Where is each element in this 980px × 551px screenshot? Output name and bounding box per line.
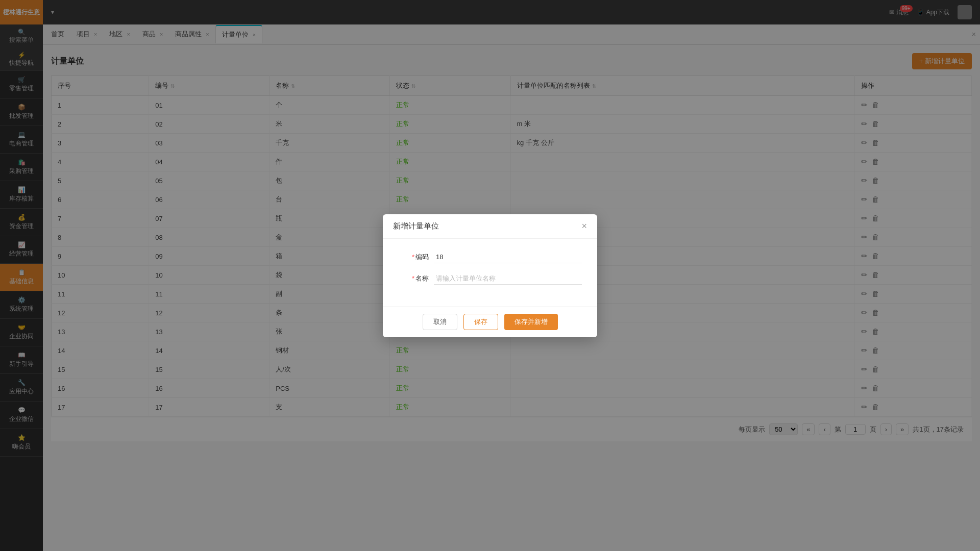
modal-header: 新增计量单位 × bbox=[383, 214, 597, 239]
modal-title: 新增计量单位 bbox=[393, 221, 439, 231]
code-field-label: *编码 bbox=[398, 253, 429, 262]
cancel-button[interactable]: 取消 bbox=[423, 314, 457, 330]
modal-close-button[interactable]: × bbox=[581, 221, 587, 231]
modal-overlay[interactable]: 新增计量单位 × *编码 *名称 取消 保存 保存并新增 bbox=[0, 0, 980, 551]
modal-footer: 取消 保存 保存并新增 bbox=[383, 306, 597, 337]
save-and-new-button[interactable]: 保存并新增 bbox=[504, 314, 558, 330]
form-row-code: *编码 bbox=[398, 251, 582, 263]
code-field[interactable] bbox=[434, 251, 582, 263]
save-button[interactable]: 保存 bbox=[463, 314, 498, 330]
add-unit-modal: 新增计量单位 × *编码 *名称 取消 保存 保存并新增 bbox=[383, 214, 597, 337]
form-row-name: *名称 bbox=[398, 272, 582, 285]
name-field-label: *名称 bbox=[398, 274, 429, 283]
modal-body: *编码 *名称 bbox=[383, 239, 597, 306]
name-field[interactable] bbox=[434, 272, 582, 285]
